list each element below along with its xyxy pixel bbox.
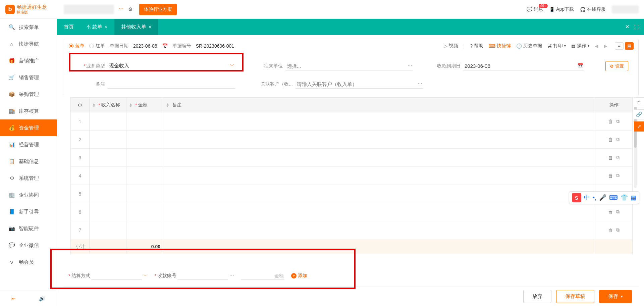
biz-type-input[interactable] [108,62,235,70]
save-draft-button[interactable]: 保存草稿 [556,290,594,303]
video-button[interactable]: ▷视频 [444,43,458,49]
gear-icon[interactable]: ⚙ [128,6,132,12]
cell-income-name[interactable] [90,203,126,221]
sidebar-item-8[interactable]: 📋基础信息 [0,153,57,170]
radio-red[interactable]: 红单 [89,43,105,49]
chevron-down-icon[interactable]: ﹀ [230,63,234,69]
sidebar-item-5[interactable]: 🏬库存核算 [0,103,57,119]
sidebar-item-11[interactable]: 📘新手引导 [0,203,57,220]
history-button[interactable]: 🕑历史单据 [516,43,542,49]
delete-icon[interactable]: 🗑 [608,155,613,160]
delete-icon[interactable]: 🗑 [608,119,613,124]
remark-input[interactable] [108,80,235,89]
cell-income-name[interactable] [90,149,126,166]
copy-icon[interactable]: ⧉ [616,155,620,160]
table-row[interactable]: 4 🗑 ⧉ [71,167,632,185]
col-settings-icon[interactable]: ⚙ [71,98,90,112]
tab-0[interactable]: 首页 [57,19,80,35]
cell-amount[interactable] [126,221,163,239]
due-date-input[interactable] [463,62,584,70]
calendar-icon[interactable]: 📅 [578,63,583,68]
table-row[interactable]: 5 🗑 ⧉ [71,185,632,203]
expand-tool-icon[interactable]: ⤢ [634,121,644,132]
copy-icon[interactable]: ⧉ [616,227,620,233]
cell-remark[interactable] [163,112,595,130]
discard-button[interactable]: 放弃 [523,290,551,303]
sidebar-item-4[interactable]: 📦采购管理 [0,86,57,103]
sidebar-item-10[interactable]: 🏢企业协同 [0,187,57,203]
settings-button[interactable]: ⚙设置 [605,61,628,71]
copy-icon[interactable]: ⧉ [616,118,620,124]
add-settlement-button[interactable]: + 添加 [291,273,307,279]
app-download-button[interactable]: 📱 App下载 [549,6,574,12]
ime-punct-icon[interactable]: •, [593,194,596,201]
col-amount[interactable]: 金额 [138,102,148,108]
more-icon[interactable]: ⋯ [408,63,412,68]
tab-1[interactable]: 付款单× [80,19,114,35]
cell-income-name[interactable] [90,131,126,148]
cell-remark[interactable] [163,149,595,166]
close-icon[interactable]: × [105,24,108,30]
table-row[interactable]: 6 🗑 ⧉ [71,203,632,221]
cell-amount[interactable] [126,149,163,166]
chevron-down-icon[interactable]: ﹀ [119,6,123,12]
tab-2[interactable]: 其他收入单× [114,19,158,35]
close-icon[interactable]: × [149,24,152,30]
table-row[interactable]: 1 🗑 ⧉ [71,112,632,131]
table-row[interactable]: 3 🗑 ⧉ [71,149,632,167]
cell-income-name[interactable] [90,185,126,203]
delete-icon[interactable]: 🗑 [608,173,613,178]
table-row[interactable]: 2 🗑 ⧉ [71,131,632,149]
help-button[interactable]: ?帮助 [470,43,483,49]
more-icon[interactable]: ⋯ [418,81,422,86]
copy-icon[interactable]: ⧉ [616,209,620,215]
operate-button[interactable]: ▦操作▾ [571,43,589,49]
cell-amount[interactable] [126,131,163,148]
cell-amount[interactable] [126,167,163,185]
more-icon[interactable]: ⋯ [229,273,234,278]
ime-keyboard-icon[interactable]: ⌨ [609,194,618,201]
ime-mic-icon[interactable]: 🎤 [599,194,606,201]
calendar-icon[interactable]: 📅 [162,43,168,49]
cell-income-name[interactable] [90,112,126,130]
trial-button[interactable]: 体验行业方案 [139,4,177,15]
view-card-button[interactable]: ▤ [625,42,634,50]
partner-input[interactable] [285,62,413,70]
cell-remark[interactable] [163,167,595,185]
collapse-icon[interactable]: ⇤ [11,296,16,302]
delete-icon[interactable]: 🗑 [608,227,613,233]
cell-amount[interactable] [126,203,163,221]
org-name[interactable] [64,5,114,14]
sidebar-item-7[interactable]: 📊经营管理 [0,136,57,153]
col-income-name[interactable]: 收入名称 [101,102,120,108]
cell-remark[interactable] [163,131,595,148]
ime-skin-icon[interactable]: 👕 [621,194,628,201]
date-value[interactable]: 2023-06-06 [133,43,157,49]
radio-blue[interactable]: 蓝单 [69,43,85,49]
amount-input[interactable] [241,272,284,280]
note-tool-icon[interactable]: 🗒 [634,97,644,107]
account-input[interactable] [178,272,228,280]
cell-income-name[interactable] [90,167,126,185]
messages-button[interactable]: 💬 消息 99+ [527,6,543,12]
delete-icon[interactable]: 🗑 [608,209,613,215]
cell-income-name[interactable] [90,221,126,239]
sidebar-item-9[interactable]: ⚙系统管理 [0,170,57,187]
copy-icon[interactable]: ⧉ [616,137,620,142]
cell-amount[interactable] [126,112,163,130]
sidebar-item-0[interactable]: 🔍搜索菜单 [0,19,57,36]
sidebar-item-1[interactable]: ⌂快捷导航 [0,36,57,52]
sound-icon[interactable]: 🔊 [39,296,45,302]
view-list-button[interactable]: ≡ [615,42,624,50]
next-icon[interactable]: ▶ [604,43,607,49]
shortcut-button[interactable]: ⌨快捷键 [489,43,511,49]
print-button[interactable]: 🖨打印▾ [547,43,566,49]
cell-remark[interactable] [163,221,595,239]
cell-remark[interactable] [163,185,595,203]
cell-amount[interactable] [126,185,163,203]
online-service-button[interactable]: 🎧 在线客服 [580,6,606,12]
col-remark[interactable]: 备注 [172,102,181,108]
prev-icon[interactable]: ◀ [595,43,598,49]
sidebar-item-12[interactable]: 📷智能硬件 [0,220,57,237]
delete-icon[interactable]: 🗑 [608,137,613,142]
